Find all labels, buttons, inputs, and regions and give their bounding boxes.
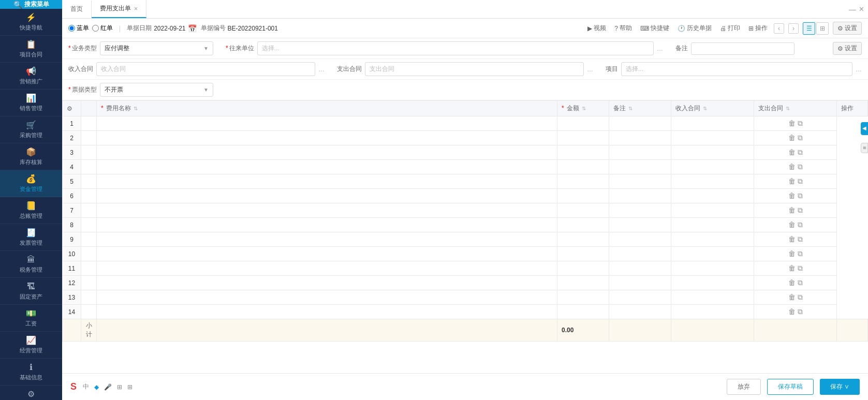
delete-row-9-btn[interactable]: 🗑 [788, 235, 796, 244]
nav-prev-btn[interactable]: ‹ [774, 23, 784, 34]
radio-blue-input[interactable] [68, 25, 75, 32]
cell-amount-6[interactable] [97, 189, 557, 203]
sort-expense-contract-icon[interactable]: ⇅ [786, 106, 790, 111]
cell-expense-name-11[interactable] [81, 261, 97, 276]
video-btn[interactable]: ▶ 视频 [585, 23, 608, 34]
cell-expense-name-1[interactable] [81, 116, 97, 131]
ops-btn[interactable]: ⊞ 操作 [746, 23, 770, 34]
tab-home[interactable]: 首页 [62, 1, 92, 18]
copy-row-4-btn[interactable]: ⧉ [798, 162, 803, 171]
sidebar-item-invoice[interactable]: 🧾 发票管理 [0, 224, 62, 251]
cell-expense-name-8[interactable] [81, 218, 97, 232]
cell-income-contract-14[interactable] [609, 305, 671, 319]
sidebar-item-basic-info[interactable]: ℹ 基础信息 [0, 359, 62, 386]
note-input[interactable] [691, 42, 795, 55]
counterpart-extra-btn[interactable]: … [657, 45, 663, 52]
cell-amount-1[interactable] [97, 116, 557, 131]
footer-icon-zh[interactable]: 中 [83, 382, 89, 391]
cell-expense-name-2[interactable] [81, 131, 97, 145]
delete-row-4-btn[interactable]: 🗑 [788, 162, 796, 171]
copy-row-14-btn[interactable]: ⧉ [798, 307, 803, 316]
cell-note-2[interactable] [557, 131, 609, 145]
cell-amount-11[interactable] [97, 261, 557, 276]
view-list-btn[interactable]: ☰ [803, 22, 815, 35]
cell-expense-name-4[interactable] [81, 160, 97, 174]
cell-expense-name-12[interactable] [81, 276, 97, 290]
sidebar-item-payroll[interactable]: 💵 工资 [0, 305, 62, 332]
cell-expense-name-7[interactable] [81, 203, 97, 218]
cell-amount-14[interactable] [97, 305, 557, 319]
cell-expense-name-14[interactable] [81, 305, 97, 319]
delete-row-8-btn[interactable]: 🗑 [788, 220, 796, 229]
copy-row-13-btn[interactable]: ⧉ [798, 293, 803, 302]
copy-row-12-btn[interactable]: ⧉ [798, 278, 803, 287]
sort-expense-name-icon[interactable]: ⇅ [134, 106, 138, 111]
delete-row-13-btn[interactable]: 🗑 [788, 293, 796, 302]
footer-icon-grid2[interactable]: ⊞ [127, 383, 133, 391]
sort-note-icon[interactable]: ⇅ [628, 106, 632, 111]
sort-amount-icon[interactable]: ⇅ [582, 106, 586, 111]
cell-amount-10[interactable] [97, 247, 557, 261]
sidebar-item-quick-nav[interactable]: ⚡ 快捷导航 [0, 9, 62, 36]
cell-income-contract-7[interactable] [609, 203, 671, 218]
counterpart-input[interactable]: 选择... [257, 41, 654, 55]
expense-contract-input[interactable]: 支出合同 [365, 62, 584, 76]
window-close-btn[interactable]: × [859, 5, 864, 14]
cell-expense-contract-8[interactable] [671, 218, 754, 232]
cell-expense-contract-11[interactable] [671, 261, 754, 276]
window-minimize-btn[interactable]: — [849, 5, 856, 13]
cell-note-3[interactable] [557, 145, 609, 160]
cell-expense-name-13[interactable] [81, 290, 97, 305]
th-income-contract[interactable]: 收入合同 ⇅ [671, 101, 754, 116]
form-settings-btn[interactable]: ⚙ 设置 [833, 42, 862, 55]
sidebar-item-purchase[interactable]: 🛒 采购管理 [0, 116, 62, 143]
settings-btn[interactable]: ⚙ 设置 [833, 22, 862, 35]
delete-row-7-btn[interactable]: 🗑 [788, 206, 796, 215]
cell-note-11[interactable] [557, 261, 609, 276]
cell-amount-13[interactable] [97, 290, 557, 305]
sidebar-item-marketing[interactable]: 📢 营销推广 [0, 63, 62, 90]
cell-amount-4[interactable] [97, 160, 557, 174]
cell-amount-3[interactable] [97, 145, 557, 160]
cell-note-10[interactable] [557, 247, 609, 261]
cell-expense-contract-13[interactable] [671, 290, 754, 305]
th-expense-name[interactable]: * 费用名称 ⇅ [97, 101, 557, 116]
copy-row-10-btn[interactable]: ⧉ [798, 249, 803, 258]
cell-note-6[interactable] [557, 189, 609, 203]
cell-expense-contract-2[interactable] [671, 131, 754, 145]
sidebar-item-fixed-assets[interactable]: 🏗 固定资产 [0, 278, 62, 305]
cell-expense-contract-4[interactable] [671, 160, 754, 174]
copy-row-7-btn[interactable]: ⧉ [798, 206, 803, 215]
sidebar-item-inventory[interactable]: 📦 库存核算 [0, 143, 62, 170]
cell-expense-name-9[interactable] [81, 232, 97, 247]
th-settings[interactable]: ⚙ [63, 101, 81, 116]
cell-note-8[interactable] [557, 218, 609, 232]
sidebar-item-tax[interactable]: 🏛 税务管理 [0, 251, 62, 278]
right-sidebar-tab[interactable]: ◀ [861, 122, 868, 135]
cell-income-contract-9[interactable] [609, 232, 671, 247]
cell-income-contract-3[interactable] [609, 145, 671, 160]
sidebar-item-capital[interactable]: 💰 资金管理 [0, 170, 62, 197]
discard-btn[interactable]: 放弃 [727, 379, 761, 395]
print-btn[interactable]: 🖨 打印 [718, 23, 742, 34]
cell-amount-8[interactable] [97, 218, 557, 232]
th-amount[interactable]: * 金额 ⇅ [557, 101, 609, 116]
delete-row-10-btn[interactable]: 🗑 [788, 249, 796, 258]
sidebar-item-system[interactable]: ⚙ 系统管理 [0, 386, 62, 400]
sidebar-item-sales[interactable]: 📊 销售管理 [0, 90, 62, 116]
copy-row-9-btn[interactable]: ⧉ [798, 235, 803, 244]
biz-type-input[interactable]: 应付调整 ▼ [100, 41, 213, 55]
copy-row-2-btn[interactable]: ⧉ [798, 134, 803, 142]
cell-income-contract-13[interactable] [609, 290, 671, 305]
cell-expense-name-6[interactable] [81, 189, 97, 203]
cell-amount-5[interactable] [97, 174, 557, 189]
radio-red-input[interactable] [92, 25, 99, 32]
cell-income-contract-5[interactable] [609, 174, 671, 189]
tab-expense-sheet-close[interactable]: × [134, 5, 138, 12]
cell-expense-name-10[interactable] [81, 247, 97, 261]
project-extra-btn[interactable]: … [856, 66, 862, 73]
cell-note-9[interactable] [557, 232, 609, 247]
cell-note-13[interactable] [557, 290, 609, 305]
delete-row-12-btn[interactable]: 🗑 [788, 278, 796, 287]
cell-expense-name-5[interactable] [81, 174, 97, 189]
